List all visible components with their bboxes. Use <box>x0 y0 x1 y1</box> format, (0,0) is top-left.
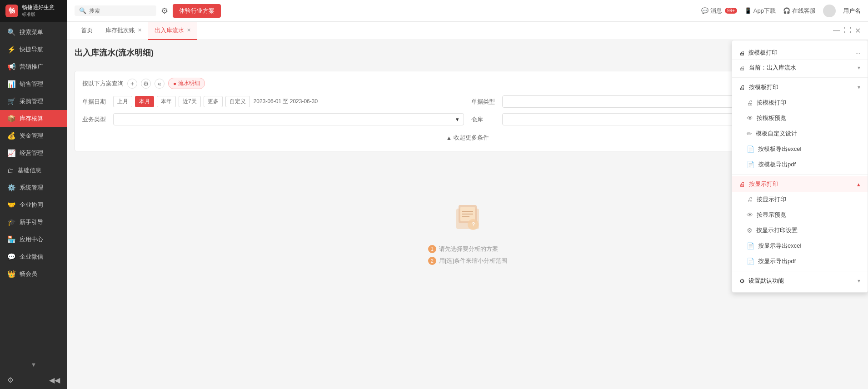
date-range-text: 2023-06-01 至 2023-06-30 <box>254 98 318 105</box>
customer-service-label: 在线客服 <box>792 7 816 15</box>
sidebar-item-label: 企业协同 <box>20 201 43 209</box>
divider-2 <box>732 174 868 175</box>
svg-text:?: ? <box>472 221 475 228</box>
filter-collapse-button[interactable]: « <box>155 79 165 89</box>
customer-service-button[interactable]: 🎧 在线客服 <box>783 7 816 15</box>
basic-icon: 🗂 <box>7 167 14 175</box>
industry-solution-button[interactable]: 体验行业方案 <box>173 4 221 18</box>
sidebar-item-vip[interactable]: 👑 畅会员 <box>0 265 67 283</box>
print-dropdown-panel: 🖨 按模板打印 ··· 🖨 当前：出入库流水 ▾ 🖨 按模板打印 <box>732 40 868 293</box>
hint-2: 用[选]条件来缩小分析范围 <box>439 257 507 264</box>
filter-title: 按以下方案查询 <box>82 80 124 88</box>
display-pdf-item[interactable]: 📄 按显示导出pdf <box>732 254 868 269</box>
template-custom-item[interactable]: ✏ 模板自定义设计 <box>732 126 868 141</box>
display-section-label: 按显示打印 <box>749 180 778 188</box>
template-pdf-item[interactable]: 📄 按模板导出pdf <box>732 157 868 172</box>
app-download-button[interactable]: 📱 App下载 <box>744 7 776 15</box>
excel-icon-sm: 📄 <box>747 145 754 153</box>
sidebar-item-sales[interactable]: 📊 销售管理 <box>0 75 67 93</box>
pdf-icon-sm: 📄 <box>747 161 754 168</box>
user-avatar[interactable] <box>823 5 836 17</box>
template-custom-label: 模板自定义设计 <box>756 130 797 138</box>
template-section-label: 按模板打印 <box>749 83 778 91</box>
collapse-sidebar-icon[interactable]: ◀◀ <box>49 376 60 384</box>
sidebar-item-appcenter[interactable]: 🏪 应用中心 <box>0 231 67 248</box>
warehouse-label: 仓库 <box>471 115 499 124</box>
current-arrow-icon: ▾ <box>858 65 860 71</box>
current-label: 当前：出入库流水 <box>749 64 796 72</box>
tab-flow-close[interactable]: ✕ <box>187 27 191 33</box>
date-field-label: 单据日期 <box>82 98 110 106</box>
dropdown-current[interactable]: 🖨 当前：出入库流水 ▾ <box>732 60 868 75</box>
date-btn-this-year[interactable]: 本年 <box>157 96 176 107</box>
settings-gear-icon[interactable]: ⚙ <box>161 6 168 16</box>
divider-3 <box>732 271 868 271</box>
display-excel-item[interactable]: 📄 按显示导出excel <box>732 238 868 254</box>
date-btn-custom[interactable]: 自定义 <box>225 96 250 107</box>
main-area: 🔍 ⚙ 体验行业方案 💬 消息 99+ 📱 App下载 🎧 在线客服 用户名 <box>67 0 868 389</box>
template-preview-item[interactable]: 👁 按模板预览 <box>732 110 868 126</box>
sidebar-item-business[interactable]: 📈 经营管理 <box>0 145 67 162</box>
message-badge: 99+ <box>725 8 737 14</box>
date-btn-this-month[interactable]: 本月 <box>135 96 154 107</box>
date-btn-7days[interactable]: 近7天 <box>179 96 201 107</box>
biz-type-select[interactable]: ▾ <box>113 113 464 125</box>
tab-close-all-icon[interactable]: ✕ <box>855 26 861 35</box>
sales-icon: 📊 <box>7 80 16 88</box>
sidebar-item-search[interactable]: 🔍 搜索菜单 <box>0 24 67 41</box>
display-settings-item[interactable]: ⚙ 按显示打印设置 <box>732 223 868 238</box>
appcenter-icon: 🏪 <box>7 235 16 244</box>
sidebar-item-label: 经营管理 <box>20 149 43 157</box>
date-btn-last-month[interactable]: 上月 <box>113 96 132 107</box>
display-preview-item[interactable]: 👁 按显示预览 <box>732 207 868 223</box>
tab-home[interactable]: 首页 <box>75 22 99 40</box>
sidebar-item-label: 基础信息 <box>18 166 41 175</box>
sidebar-item-inventory[interactable]: 📦 库存核算 <box>0 110 67 127</box>
sidebar-item-wechat[interactable]: 💬 企业微信 <box>0 248 67 265</box>
sidebar-item-quick-nav[interactable]: ⚡ 快捷导航 <box>0 41 67 58</box>
sidebar-item-marketing[interactable]: 📢 营销推广 <box>0 58 67 75</box>
empty-hint: 1请先选择要分析的方案 2用[选]条件来缩小分析范围 <box>428 243 507 267</box>
sidebar-item-basic[interactable]: 🗂 基础信息 <box>0 162 67 179</box>
purchase-icon: 🛒 <box>7 97 16 105</box>
sidebar-item-finance[interactable]: 💰 资金管理 <box>0 127 67 145</box>
date-filter-buttons: 上月 本月 本年 近7天 更多 自定义 <box>113 96 250 107</box>
sidebar-item-purchase[interactable]: 🛒 采购管理 <box>0 93 67 110</box>
date-btn-more[interactable]: 更多 <box>204 96 223 107</box>
template-print-item[interactable]: 🖨 按模板打印 <box>732 95 868 110</box>
sidebar-item-label: 库存核算 <box>20 115 43 123</box>
template-section-header[interactable]: 🖨 按模板打印 ▾ <box>732 80 868 95</box>
display-print-item[interactable]: 🖨 按显示打印 <box>732 192 868 207</box>
sidebar-item-system[interactable]: ⚙️ 系统管理 <box>0 179 67 196</box>
display-preview-label: 按显示预览 <box>757 211 786 219</box>
tab-maximize-icon[interactable]: ⛶ <box>844 26 851 35</box>
tab-minimize-icon[interactable]: — <box>833 26 840 35</box>
message-button[interactable]: 💬 消息 99+ <box>701 7 737 15</box>
display-section-header[interactable]: 🖨 按显示打印 ▴ <box>732 176 868 192</box>
template-excel-item[interactable]: 📄 按模板导出excel <box>732 141 868 157</box>
biz-type-arrow: ▾ <box>456 116 459 123</box>
app-subtitle: 标准版 <box>22 11 55 18</box>
settings-icon[interactable]: ⚙ <box>7 376 14 384</box>
display-print-icon: 🖨 <box>739 181 745 188</box>
filter-tag[interactable]: ● 流水明细 <box>168 78 205 89</box>
dropdown-title: 🖨 按模板打印 <box>739 49 778 57</box>
page-content: 出入库流水(流水明细) 🖨 按模板打印 ▲ ↑ 导出 ↻ 刷新 <box>67 40 868 389</box>
filter-settings-button[interactable]: ⚙ <box>141 79 151 89</box>
topbar-search-box[interactable]: 🔍 <box>75 5 156 16</box>
default-section-header[interactable]: ⚙ 设置默认功能 ▾ <box>732 273 868 289</box>
tab-batch[interactable]: 库存批次账 ✕ <box>99 22 148 40</box>
sidebar-item-label: 企业微信 <box>20 253 43 261</box>
dropdown-more-icon[interactable]: ··· <box>855 50 860 56</box>
tab-batch-close[interactable]: ✕ <box>138 27 142 33</box>
default-section-label: 设置默认功能 <box>748 277 784 285</box>
sidebar-scroll-down[interactable]: ▼ <box>0 359 67 371</box>
phone-icon: 📱 <box>744 7 752 14</box>
tab-flow[interactable]: 出入库流水 ✕ <box>148 22 197 40</box>
display-settings-label: 按显示打印设置 <box>756 226 798 234</box>
sidebar-item-corp[interactable]: 🤝 企业协同 <box>0 196 67 214</box>
topbar-search-input[interactable] <box>89 8 144 14</box>
display-pdf-label: 按显示导出pdf <box>758 257 796 265</box>
filter-add-button[interactable]: + <box>127 79 137 89</box>
sidebar-item-guide[interactable]: 🎓 新手引导 <box>0 214 67 231</box>
